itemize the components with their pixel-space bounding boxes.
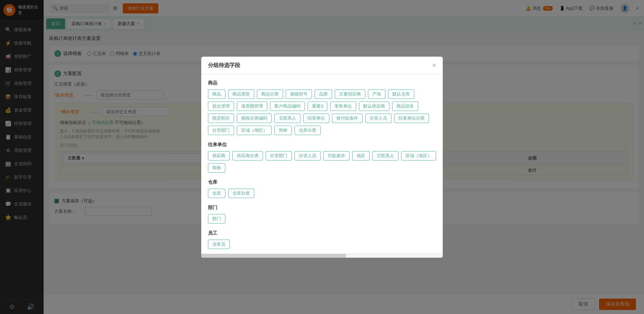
field-settle-unit[interactable]: 结算单位 (303, 114, 329, 123)
section-employee-title: 员工 (208, 230, 436, 236)
field-supervisor[interactable]: 分管人员 (365, 114, 391, 123)
field-weight[interactable]: 重量3 (308, 102, 327, 111)
field-employee[interactable]: 业务员 (208, 240, 230, 249)
section-dept-title: 部门 (208, 205, 436, 211)
employee-fields: 业务员 (208, 240, 436, 249)
section-partner-title: 往来单位 (208, 142, 436, 148)
field-region2[interactable]: 区域（地区） (401, 151, 436, 161)
field-supplier[interactable]: 供应商 (208, 151, 230, 161)
field-goods-type[interactable]: 商品类型 (228, 89, 254, 99)
modal-hscrollbar[interactable] (201, 254, 443, 258)
field-region1[interactable]: 区域（地区） (237, 126, 272, 135)
field-pick-points[interactable]: 拣货积分 (208, 114, 234, 123)
field-shelf-life[interactable]: 保质期管理 (237, 102, 267, 111)
field-mgmt-dept[interactable]: 分管部门 (266, 151, 292, 161)
goods-fields: 商品 商品类型 商品分类 规格型号 品牌 主要供应商 产地 默认仓库 批次管理 … (208, 89, 436, 135)
field-dept[interactable]: 分管部门 (208, 126, 234, 135)
field-goods-alias[interactable]: 商品别名 (392, 102, 418, 111)
field-spec[interactable]: 规格型号 (286, 89, 312, 99)
field-retail-unit[interactable]: 零售单位 (330, 102, 356, 111)
field-mgmt-person[interactable]: 分管人员 (294, 151, 321, 161)
section-employee: 员工 业务员 (208, 230, 436, 249)
field-batch-mgmt[interactable]: 批次管理 (208, 102, 234, 111)
field-customer-code[interactable]: 客户商品编码 (270, 102, 305, 111)
warehouse-fields: 仓库 仓库分类 (208, 189, 436, 198)
dept-fields: 部门 (208, 214, 436, 224)
modal-body: 商品 商品 商品类型 商品分类 规格型号 品牌 主要供应商 产地 默认仓库 批次… (201, 75, 443, 254)
field-default-warehouse[interactable]: 默认仓库 (388, 89, 414, 99)
field-abbr1[interactable]: 简称 (274, 126, 292, 135)
section-goods: 商品 商品 商品类型 商品分类 规格型号 品牌 主要供应商 产地 默认仓库 批次… (208, 80, 436, 135)
field-area[interactable]: 地区 (352, 151, 370, 161)
field-abbr2[interactable]: 简称 (208, 163, 225, 173)
partner-fields: 供应商 供应商分类 分管部门 分管人员 付款条件 地区 主联系人 区域（地区） … (208, 151, 436, 173)
field-department[interactable]: 部门 (208, 214, 225, 224)
modal-header: 分组待选字段 × (201, 57, 443, 75)
modal: 分组待选字段 × 商品 商品 商品类型 商品分类 规格型号 品牌 主要供应商 产… (201, 57, 443, 258)
field-pay-terms[interactable]: 收付款条件 (332, 114, 363, 123)
modal-overlay: 分组待选字段 × 商品 商品 商品类型 商品分类 规格型号 品牌 主要供应商 产… (0, 0, 644, 314)
section-department: 部门 部门 (208, 205, 436, 224)
modal-title: 分组待选字段 (208, 62, 240, 69)
field-goods-cat[interactable]: 商品分类 (257, 89, 283, 99)
field-payment-terms[interactable]: 付款条件 (323, 151, 350, 161)
field-supplier-cat[interactable]: 供应商分类 (232, 151, 263, 161)
field-brand[interactable]: 品牌 (315, 89, 332, 99)
field-main-contact2[interactable]: 主联系人 (372, 151, 398, 161)
field-default-supplier[interactable]: 默认供应商 (359, 102, 389, 111)
section-goods-title: 商品 (208, 80, 436, 86)
field-warehouse-cat[interactable]: 仓库分类 (228, 189, 254, 198)
field-warehouse-cat1[interactable]: 仓库分类 (294, 126, 321, 135)
field-main-contact[interactable]: 主联系人 (274, 114, 301, 123)
field-tax-code[interactable]: 税收分类编码 (237, 114, 272, 123)
field-goods[interactable]: 商品 (208, 89, 225, 99)
field-partner-cat[interactable]: 往来单位分类 (394, 114, 429, 123)
field-main-supplier[interactable]: 主要供应商 (335, 89, 365, 99)
section-partner: 往来单位 供应商 供应商分类 分管部门 分管人员 付款条件 地区 主联系人 区域… (208, 142, 436, 173)
section-warehouse-title: 仓库 (208, 179, 436, 185)
modal-close-btn[interactable]: × (432, 62, 436, 69)
section-warehouse: 仓库 仓库 仓库分类 (208, 179, 436, 198)
field-origin[interactable]: 产地 (368, 89, 385, 99)
field-warehouse[interactable]: 仓库 (208, 189, 225, 198)
modal-hscrollbar-thumb (201, 254, 346, 258)
